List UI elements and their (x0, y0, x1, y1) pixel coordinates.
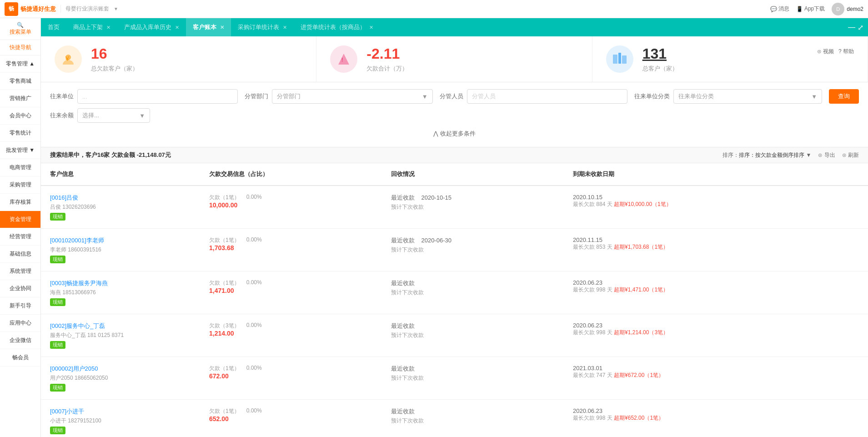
sidebar-item-retail-mall[interactable]: 零售商城 (0, 73, 40, 90)
tab-product-history-close[interactable]: ✕ (175, 25, 179, 30)
balance-input[interactable]: 选择... ▼ (77, 108, 150, 123)
sidebar-item-new-guide[interactable]: 新手引导 (0, 297, 40, 315)
tabs-bar: 首页 商品上下架 ✕ 产成品入库单历史 ✕ 客户账本 ✕ 采购订单统计表 ✕ 进… (41, 18, 868, 36)
tab-purchase-order-close[interactable]: ✕ (283, 25, 287, 30)
tab-product-shelf-close[interactable]: ✕ (106, 25, 110, 30)
search-menu-btn[interactable]: 🔍 搜索菜单 (0, 18, 40, 40)
filter-collapse-btn[interactable]: ⋀ 收起更多条件 (50, 127, 859, 140)
debt-note: 欠款（3笔） (209, 322, 240, 330)
tab-purchase-order[interactable]: 采购订单统计表 ✕ (231, 18, 294, 36)
recover-col: 最近收款 预计下次收款 (391, 405, 573, 437)
debt-ratio: 0.00% (246, 279, 262, 286)
retail-mall-label: 零售商城 (10, 78, 31, 84)
tab-customer-account-close[interactable]: ✕ (220, 25, 224, 30)
sidebar: 🔍 搜索菜单 快捷导航 零售管理 ▲ 零售商城 营销推广 会员中心 零售统计 批… (0, 18, 41, 437)
customer-name-link[interactable]: [0016]吕俊 (50, 194, 209, 202)
app-download-btn[interactable]: 📱 App下载 (796, 5, 825, 13)
recover-date: 最近收款 (391, 407, 573, 416)
debt-amount-number: -2.11 (366, 45, 578, 62)
phone-icon: 📱 (796, 6, 803, 12)
tab-purchase-stats[interactable]: 进货单统计表（按商品） ✕ (294, 18, 380, 36)
collapse-icon: ⋀ (433, 130, 438, 137)
sidebar-item-ecommerce[interactable]: 电商管理 (0, 159, 40, 176)
sidebar-item-member[interactable]: 会员中心 (0, 107, 40, 125)
overdue-amount[interactable]: 超期¥672.00（1笔） (614, 372, 664, 378)
quick-nav-btn[interactable]: 快捷导航 (0, 40, 40, 55)
tab-purchase-stats-close[interactable]: ✕ (369, 25, 373, 30)
tab-customer-account-label: 客户账本 (193, 23, 216, 31)
tab-product-history[interactable]: 产成品入库单历史 ✕ (117, 18, 186, 36)
sidebar-item-operations[interactable]: 经营管理 (0, 228, 40, 246)
customer-info-col: [0001020001]李老师 李老师 18600391516 现销 (50, 234, 209, 266)
sidebar-item-enterprise-wechat[interactable]: 企业微信 (0, 332, 40, 349)
tab-product-shelf[interactable]: 商品上下架 ✕ (66, 18, 117, 36)
sidebar-item-basic-info[interactable]: 基础信息 (0, 246, 40, 263)
sidebar-item-fund-mgmt[interactable]: 资金管理 (0, 211, 40, 228)
search-icon: 🔍 (17, 22, 24, 28)
svg-rect-4 (613, 55, 617, 64)
sidebar-item-purchase-mgmt[interactable]: 采购管理 (0, 176, 40, 194)
debt-customers-label: 总欠款客户（家） (91, 65, 302, 73)
logo-area: 畅 畅捷通好生意 (5, 2, 56, 16)
sidebar-item-vip-member[interactable]: 畅会员 (0, 349, 40, 367)
sidebar-item-enterprise-collab[interactable]: 企业协同 (0, 280, 40, 297)
tabs-minimize-btn[interactable]: — (848, 23, 855, 31)
stat-content-debt-customers: 16 总欠款客户（家） (91, 45, 302, 73)
sidebar-item-system-mgmt[interactable]: 系统管理 (0, 263, 40, 280)
customer-name-link[interactable]: [0001020001]李老师 (50, 236, 209, 245)
overdue-amount[interactable]: 超期¥1,703.68（1笔） (614, 244, 668, 250)
customer-name-link[interactable]: [0002]服务中心_丁磊 (50, 322, 209, 330)
sidebar-item-batch-mgmt[interactable]: 批发管理 ▼ (0, 142, 40, 159)
search-btn[interactable]: 查询 (829, 89, 859, 104)
debt-note: 欠款（1笔） (209, 279, 240, 287)
content-area: ¥ 16 总欠款客户（家） ! (41, 36, 868, 437)
partner-input[interactable]: ... (77, 89, 238, 104)
tabs-maximize-btn[interactable]: ⤢ (858, 23, 863, 32)
dept-input[interactable]: 分管部门 ▼ (272, 89, 432, 104)
view-btn[interactable]: ⊙ 视频 (817, 48, 834, 55)
overdue-amount[interactable]: 超期¥1,214.00（3笔） (614, 329, 668, 336)
customer-name-link[interactable]: [0007]小进干 (50, 407, 209, 416)
customer-name-link[interactable]: [000002]用户2050 (50, 365, 209, 373)
stat-icon-debt-customers: ¥ (55, 45, 82, 73)
export-btn[interactable]: ⊙ 导出 (818, 151, 835, 159)
overdue-amount[interactable]: 超期¥1,471.00（1笔） (614, 286, 668, 293)
customer-phone: 服务中心_丁磊 181 0125 8371 (50, 332, 209, 339)
help-btn[interactable]: ? 帮助 (838, 48, 854, 55)
person-input[interactable]: 分管人员 (467, 89, 627, 104)
sidebar-item-retail-stats[interactable]: 零售统计 (0, 125, 40, 142)
customer-name-link[interactable]: [0003]畅捷服务尹海燕 (50, 279, 209, 287)
overdue-date: 2020.06.23 (573, 407, 859, 414)
sidebar-item-retail-mgmt[interactable]: 零售管理 ▲ (0, 55, 40, 73)
svg-text:¥: ¥ (65, 55, 69, 62)
store-arrow: ▼ (114, 6, 118, 11)
filter-item-balance: 往来余额 选择... ▼ (50, 108, 859, 123)
sidebar-item-marketing[interactable]: 营销推广 (0, 90, 40, 107)
overdue-amount[interactable]: 超期¥652.00（1笔） (614, 415, 664, 421)
overdue-date: 2020.06.23 (573, 322, 859, 329)
sidebar-item-inventory[interactable]: 库存核算 (0, 194, 40, 211)
refresh-btn[interactable]: ⊙ 刷新 (842, 151, 859, 159)
debt-amount-val: 1,214.00 (209, 330, 240, 337)
user-avatar[interactable]: D demo2 (832, 3, 863, 15)
message-btn[interactable]: 💬 消息 (770, 5, 789, 13)
tab-home[interactable]: 首页 (41, 18, 66, 36)
app-name: 畅捷通好生意 (20, 5, 56, 13)
customer-badge: 现销 (50, 341, 65, 349)
stats-row: ¥ 16 总欠款客户（家） ! (41, 36, 868, 82)
filter-item-person: 分管人员 分管人员 (440, 89, 627, 104)
tab-customer-account[interactable]: 客户账本 ✕ (186, 18, 231, 36)
overdue-col: 2020.11.15 最长欠款 853 天 超期¥1,703.68（1笔） (573, 234, 859, 266)
partner-class-input[interactable]: 往来单位分类 ▼ (673, 89, 822, 104)
sort-arrow-icon[interactable]: ▼ (806, 152, 811, 158)
overdue-date: 2021.03.01 (573, 365, 859, 372)
debt-col: 欠款（1笔） 1,703.68 0.00% (209, 234, 391, 266)
batch-mgmt-label: 批发管理 ▼ (6, 147, 35, 153)
overdue-col: 2020.06.23 最长欠款 998 天 超期¥652.00（1笔） (573, 405, 859, 437)
overdue-amount[interactable]: 超期¥10,000.00（1笔） (614, 201, 672, 207)
sidebar-item-app-center[interactable]: 应用中心 (0, 315, 40, 332)
stat-card-actions: ⊙ 视频 ? 帮助 (817, 45, 854, 55)
col-header-customer: 客户信息 (50, 168, 209, 181)
overdue-days: 最长欠款 884 天 超期¥10,000.00（1笔） (573, 201, 859, 208)
debt-note: 欠款（1笔） (209, 407, 240, 415)
